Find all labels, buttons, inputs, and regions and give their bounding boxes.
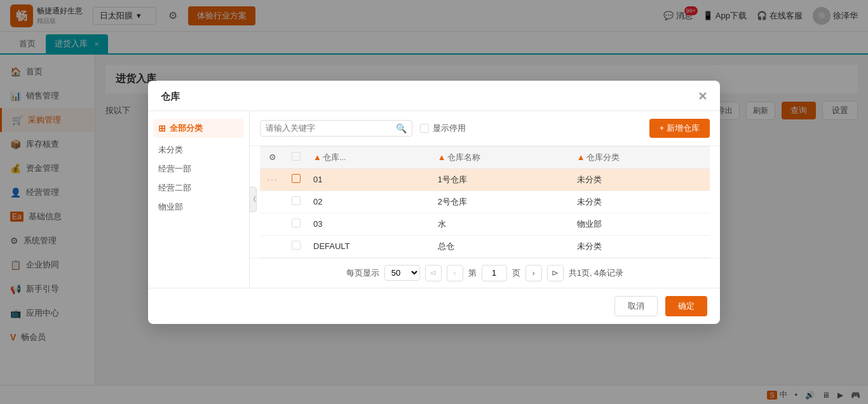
search-icon[interactable]: 🔍 [396, 123, 407, 133]
row-actions [260, 191, 285, 213]
row-checkbox[interactable] [285, 191, 307, 213]
next-page-button[interactable]: › [526, 265, 542, 281]
row-category: 未分类 [571, 191, 710, 213]
col-code: ▲仓库... [307, 146, 431, 168]
row-checkbox[interactable] [285, 213, 307, 235]
table-row[interactable]: DEFAULT 总仓 未分类 [260, 235, 710, 257]
row-more-icon[interactable]: ··· [268, 175, 278, 184]
row-actions [260, 235, 285, 257]
last-page-button[interactable]: ⊳ [547, 265, 564, 281]
col-category: ▲仓库分类 [571, 146, 710, 168]
select-all-checkbox[interactable] [292, 152, 301, 161]
table-row[interactable]: 02 2号仓库 未分类 [260, 191, 710, 213]
search-input[interactable] [266, 123, 396, 133]
category-all-item[interactable]: ⊞ 全部分类 [153, 119, 244, 138]
row-category: 未分类 [571, 168, 710, 191]
dialog-body: ⊞ 全部分类 未分类 经营一部 经营二部 物业部 《 🔍 [148, 111, 720, 288]
col-settings: ⚙ [260, 146, 285, 168]
row-name: 总仓 [431, 235, 571, 257]
warehouse-table-wrap: ⚙ ▲仓库... ▲仓库名称 ▲仓库分类 ··· 01 1号仓库 未分类 [250, 146, 720, 258]
category-panel: ⊞ 全部分类 未分类 经营一部 经营二部 物业部 《 [148, 111, 250, 288]
row-code: DEFAULT [307, 235, 431, 257]
row-name: 2号仓库 [431, 191, 571, 213]
row-actions: ··· [260, 168, 285, 191]
category-item-property[interactable]: 物业部 [153, 198, 244, 217]
row-checkbox[interactable] [285, 168, 307, 191]
dialog-title: 仓库 [161, 91, 180, 103]
row-code: 03 [307, 213, 431, 235]
grid-icon: ⊞ [158, 123, 166, 133]
dialog-close-button[interactable]: ✕ [698, 91, 707, 102]
row-code: 02 [307, 191, 431, 213]
dialog-header: 仓库 ✕ [148, 81, 720, 111]
warehouse-table: ⚙ ▲仓库... ▲仓库名称 ▲仓库分类 ··· 01 1号仓库 未分类 [260, 146, 710, 258]
row-name: 水 [431, 213, 571, 235]
per-page-select[interactable]: 102050100 [384, 265, 420, 281]
pagination: 每页显示 102050100 ⊲ ‹ 第 页 › ⊳ 共1页, 4条记录 [250, 258, 720, 288]
row-category: 物业部 [571, 213, 710, 235]
category-item-ops1[interactable]: 经营一部 [153, 159, 244, 178]
prev-page-button[interactable]: ‹ [447, 265, 463, 281]
first-page-button[interactable]: ⊲ [425, 265, 442, 281]
add-warehouse-button[interactable]: + 新增仓库 [649, 119, 710, 138]
table-row[interactable]: ··· 01 1号仓库 未分类 [260, 168, 710, 191]
cancel-button[interactable]: 取消 [614, 296, 658, 316]
dialog-footer: 取消 确定 [148, 288, 720, 324]
col-name: ▲仓库名称 [431, 146, 571, 168]
col-checkbox [285, 146, 307, 168]
page-input[interactable] [482, 265, 507, 281]
row-actions [260, 213, 285, 235]
row-code: 01 [307, 168, 431, 191]
warehouse-dialog: 仓库 ✕ ⊞ 全部分类 未分类 经营一部 经营二部 物业部 《 [148, 81, 720, 324]
row-checkbox[interactable] [285, 235, 307, 257]
confirm-button[interactable]: 确定 [665, 296, 707, 316]
category-item-unclassified[interactable]: 未分类 [153, 140, 244, 159]
search-box: 🔍 [260, 120, 412, 137]
category-collapse-button[interactable]: 《 [249, 187, 257, 212]
show-disabled-toggle[interactable]: 显示停用 [420, 123, 466, 134]
category-item-ops2[interactable]: 经营二部 [153, 178, 244, 198]
row-name: 1号仓库 [431, 168, 571, 191]
dialog-toolbar: 🔍 显示停用 + 新增仓库 [250, 111, 720, 146]
right-panel: 🔍 显示停用 + 新增仓库 ⚙ [250, 111, 720, 288]
table-row[interactable]: 03 水 物业部 [260, 213, 710, 235]
modal-overlay[interactable]: 仓库 ✕ ⊞ 全部分类 未分类 经营一部 经营二部 物业部 《 [0, 0, 868, 404]
show-disabled-checkbox[interactable] [420, 124, 429, 133]
row-category: 未分类 [571, 235, 710, 257]
